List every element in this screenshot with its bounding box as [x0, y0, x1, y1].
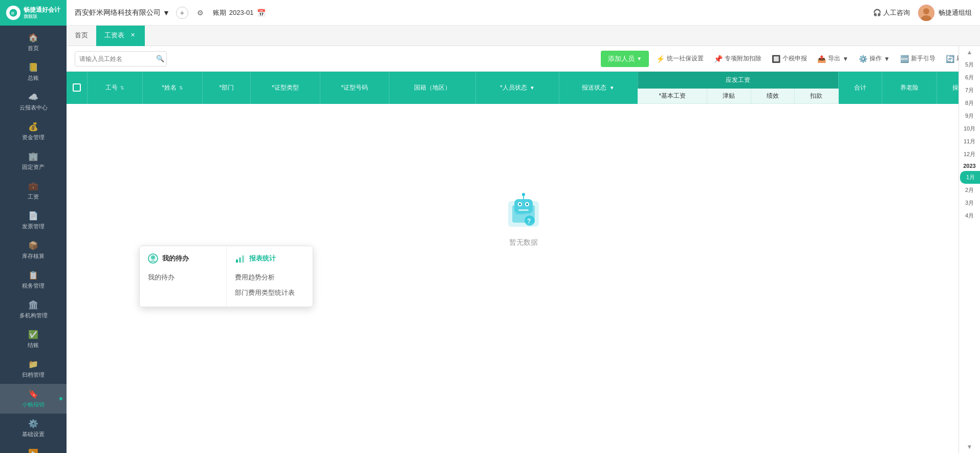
svg-point-18 [522, 193, 525, 196]
add-person-button[interactable]: 添加人员 ▼ [601, 51, 649, 67]
account-period: 账期 2023-01 📅 [213, 8, 266, 17]
social-security-btn[interactable]: ⚡ 统一社保设置 [653, 51, 707, 67]
person-status-filter-icon[interactable]: ▼ [530, 85, 535, 91]
operations-icon: ⚙️ [859, 55, 867, 63]
xcp-icon: 🔖 [28, 389, 38, 399]
search-box: 🔍 [75, 51, 167, 67]
popup-col-stats: 报表统计 费用趋势分析 部门费用类型统计表 [227, 246, 313, 307]
year-bar-item-mar[interactable]: 3月 [959, 197, 980, 209]
content-area: 🔍 添加人员 ▼ ⚡ 统一社保设置 📌 专项附加扣除 🔲 个税申报 [67, 46, 980, 453]
sidebar-item-guide[interactable]: ▶️ 新手引导 [0, 443, 67, 453]
svg-point-15 [526, 203, 528, 205]
popup-header: 我的待办 我的待办 报表统计 费用趋势分析 部门费用类型统计表 [140, 246, 313, 307]
year-bar-items: 5月 6月 7月 8月 9月 10月 11月 12月 2023 1月 2月 3月… [959, 58, 980, 441]
col-department: *部门 [203, 72, 251, 104]
sidebar-item-archive[interactable]: 📁 归档管理 [0, 354, 67, 384]
sidebar-item-settle[interactable]: ✅ 结账 [0, 325, 67, 354]
popup-stats-item-1[interactable]: 费用趋势分析 [235, 270, 305, 285]
app-logo: 好 畅捷通好会计 旗舰版 [0, 0, 67, 26]
headset-icon: 🎧 [873, 9, 881, 16]
company-name-btn[interactable]: 西安虾米网络科技有限公司 ▼ [75, 8, 170, 17]
year-bar-item-10[interactable]: 10月 [959, 122, 980, 135]
logo-text: 畅捷通好会计 旗舰版 [24, 6, 60, 19]
svg-rect-11 [514, 199, 533, 213]
select-all-checkbox[interactable] [73, 83, 81, 92]
ledger-icon: 📒 [28, 62, 38, 72]
sidebar-nav: 🏠 首页 📒 总账 ☁️ 云报表中心 💰 资金管理 🏢 固定资产 💼 工资 📄 … [0, 26, 67, 453]
settings-btn[interactable]: ⚙ [194, 7, 207, 19]
svg-point-3 [923, 8, 929, 14]
svg-text:?: ? [527, 218, 531, 225]
home-icon: 🏠 [28, 33, 38, 42]
svg-rect-16 [518, 209, 529, 211]
company-dropdown-icon: ▼ [163, 9, 170, 17]
funds-icon: 💰 [28, 122, 38, 132]
col-country: 国籍（地区） [389, 72, 476, 104]
multi-icon: 🏛️ [28, 300, 38, 310]
tax-icon: 📋 [28, 270, 38, 280]
sidebar-item-xcp[interactable]: 🔖 小畅报销 [0, 384, 67, 414]
customer-service-btn[interactable]: 🎧 人工咨询 [873, 8, 910, 17]
year-bar-item-11[interactable]: 11月 [959, 135, 980, 148]
new-guide-btn[interactable]: 🆕 新手引导 [897, 51, 939, 67]
user-info-btn[interactable]: 畅捷通组组 [918, 5, 972, 21]
sidebar-item-multi[interactable]: 🏛️ 多机构管理 [0, 295, 67, 325]
year-bar-item-12[interactable]: 12月 [959, 148, 980, 161]
year-bar-down-arrow[interactable]: ▼ [959, 441, 980, 453]
employee-id-sort-icon[interactable]: ⇅ [120, 85, 124, 91]
sidebar-item-funds[interactable]: 💰 资金管理 [0, 117, 67, 146]
year-bar-item-jan[interactable]: 1月 [960, 171, 980, 184]
col-employee-id: 工号 ⇅ [87, 72, 143, 104]
year-bar-up-arrow[interactable]: ▲ [959, 46, 980, 58]
tab-salary-sheet[interactable]: 工资表 ✕ [96, 26, 145, 46]
popup-stats-item-2[interactable]: 部门费用类型统计表 [235, 285, 305, 300]
cloud-icon: ☁️ [28, 92, 38, 102]
topbar: 西安虾米网络科技有限公司 ▼ + ⚙ 账期 2023-01 📅 🎧 人工咨询 [67, 0, 980, 26]
year-bar-item-5[interactable]: 5月 [959, 58, 980, 71]
sidebar-item-assets[interactable]: 🏢 固定资产 [0, 146, 67, 176]
calendar-icon[interactable]: 📅 [257, 9, 266, 17]
sidebar-item-inventory[interactable]: 📦 库存核算 [0, 235, 67, 265]
sidebar-item-basic[interactable]: ⚙️ 基础设置 [0, 414, 67, 443]
export-dropdown-arrow: ▼ [842, 55, 848, 62]
search-input[interactable] [79, 55, 156, 62]
sidebar-item-tax[interactable]: 📋 税务管理 [0, 265, 67, 295]
year-bar-item-9[interactable]: 9月 [959, 110, 980, 122]
svg-rect-22 [239, 257, 241, 263]
tab-close-btn[interactable]: ✕ [128, 31, 137, 39]
invoice-icon: 📄 [28, 211, 38, 221]
send-status-filter-icon[interactable]: ▼ [609, 85, 615, 91]
svg-point-20 [151, 255, 155, 260]
personal-tax-btn[interactable]: 🔲 个税申报 [769, 51, 810, 67]
sidebar-item-salary[interactable]: 💼 工资 [0, 176, 67, 206]
add-company-btn[interactable]: + [176, 7, 188, 19]
sidebar-item-home[interactable]: 🏠 首页 [0, 28, 67, 57]
popup-col-stats-label: 报表统计 [249, 254, 276, 263]
stats-icon [235, 253, 245, 264]
special-deduction-btn[interactable]: 📌 专项附加扣除 [711, 51, 765, 67]
inventory-icon: 📦 [28, 241, 38, 250]
year-bar-item-feb[interactable]: 2月 [959, 184, 980, 197]
col-person-status: *人员状态 ▼ [476, 72, 559, 104]
year-bar-item-7[interactable]: 7月 [959, 84, 980, 97]
year-bar-item-8[interactable]: 8月 [959, 97, 980, 110]
name-sort-icon[interactable]: ⇅ [179, 85, 183, 91]
refresh-icon: 🔄 [946, 55, 954, 63]
sidebar-item-invoice[interactable]: 📄 发票管理 [0, 206, 67, 235]
logo-main-text: 畅捷通好会计 [24, 6, 60, 13]
col-performance: 绩效 [751, 89, 795, 104]
sidebar-item-ledger[interactable]: 📒 总账 [0, 57, 67, 87]
operations-btn[interactable]: ⚙️ 操作 ▼ [856, 51, 893, 67]
tab-home[interactable]: 首页 [67, 26, 96, 46]
svg-point-14 [519, 203, 521, 205]
export-icon: 📤 [817, 55, 826, 63]
col-pension: 养老险 [882, 72, 937, 104]
popup-todo-item-1[interactable]: 我的待办 [148, 270, 218, 285]
sidebar-item-cloud[interactable]: ☁️ 云报表中心 [0, 87, 67, 117]
export-btn[interactable]: 📤 导出 ▼ [814, 51, 852, 67]
year-bar-item-6[interactable]: 6月 [959, 71, 980, 84]
special-deduction-icon: 📌 [714, 55, 723, 63]
salary-table: 工号 ⇅ *姓名 ⇅ *部门 *证型类型 *证型号码 国籍（地区） *人员状态 [67, 72, 980, 104]
col-bonus: 津贴 [707, 89, 751, 104]
year-bar-item-apr[interactable]: 4月 [959, 209, 980, 222]
